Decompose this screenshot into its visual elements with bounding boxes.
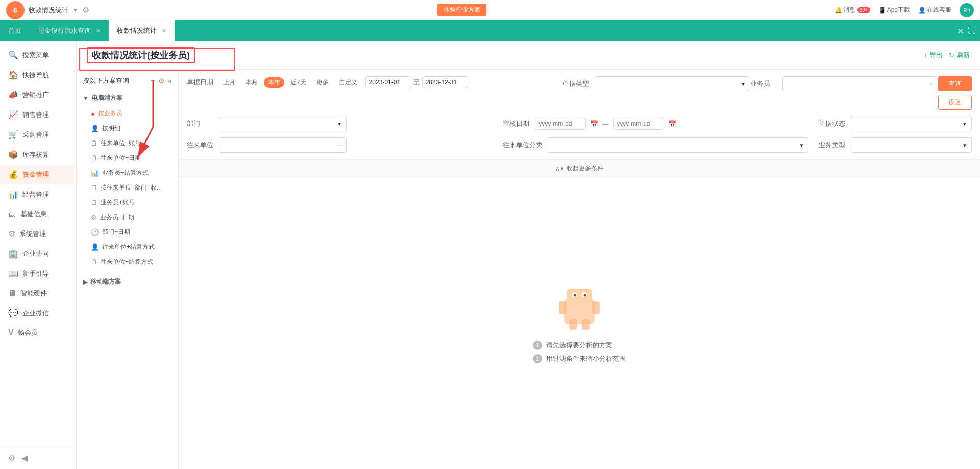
- query-button[interactable]: 查询: [938, 76, 972, 91]
- biz-type-select[interactable]: ▼: [851, 137, 972, 153]
- export-button[interactable]: ↑ 导出: [924, 51, 943, 60]
- filter-area: 单据日期 上月 本月 本年 近7天 更多 自定义 至: [179, 70, 980, 159]
- sidebar-item-inventory[interactable]: 📦 库存核算: [0, 145, 76, 165]
- chevron-down-icon[interactable]: ▼: [72, 7, 78, 13]
- date-from-input[interactable]: [365, 76, 411, 88]
- date-filter: 单据日期 上月 本月 本年 近7天 更多 自定义 至: [187, 76, 562, 88]
- mobile-section[interactable]: ▶ 移动端方案: [77, 273, 178, 290]
- scheme-by-unit-dept[interactable]: 🗒 按往来单位+部门+收...: [85, 180, 178, 195]
- doc-status-select[interactable]: ▼: [851, 116, 972, 131]
- online-service[interactable]: 👤 在线客服: [918, 6, 951, 14]
- sidebar-item-purchase[interactable]: 🛒 采购管理: [0, 125, 76, 145]
- scheme-settings-icon[interactable]: ⚙: [158, 77, 165, 85]
- sidebar-item-guide[interactable]: 📖 新手引导: [0, 264, 76, 284]
- ss-icon: 📊: [91, 169, 99, 177]
- salesperson-select[interactable]: ···: [782, 76, 938, 91]
- scheme-unit-settlement[interactable]: 👤 往来单位+结算方式: [85, 240, 178, 254]
- counterpart-filter: 往来单位 ···: [187, 137, 493, 153]
- scheme-salesperson-settlement[interactable]: 📊 业务员+结算方式: [85, 166, 178, 180]
- tab-bar: 首页 现金银行流水查询 ✕ 收款情况统计 ✕ ✕ ⛶: [0, 20, 980, 41]
- sidebar: 🔍 搜索菜单 🏠 快捷导航 📣 营销推广 📈 销售管理 🛒 采购管理 📦 库存核…: [0, 41, 77, 469]
- us-icon: 👤: [91, 243, 99, 251]
- sidebar-settings-icon[interactable]: ⚙: [8, 453, 15, 463]
- settings-icon[interactable]: ⚙: [82, 5, 89, 15]
- filter-row-3: 往来单位 ··· 往来单位分类 ▼: [187, 137, 972, 153]
- collapse-panel-icon[interactable]: «: [168, 77, 172, 85]
- date-tab-more[interactable]: 更多: [312, 77, 333, 88]
- tab-bank-flow[interactable]: 现金银行流水查询 ✕: [30, 20, 109, 41]
- date-tab-7days[interactable]: 近7天: [286, 77, 310, 88]
- svg-rect-1: [559, 301, 567, 314]
- sidebar-item-capital[interactable]: 💰 资金管理: [0, 165, 76, 184]
- right-content: 单据日期 上月 本月 本年 近7天 更多 自定义 至: [179, 70, 980, 469]
- scheme-salesperson-account[interactable]: 🗒 业务员+账号: [85, 195, 178, 210]
- app-download[interactable]: 📱 App下载: [878, 6, 910, 14]
- main-layout: 🔍 搜索菜单 🏠 快捷导航 📣 营销推广 📈 销售管理 🛒 采购管理 📦 库存核…: [0, 41, 980, 469]
- basic-info-icon: 🗂: [8, 209, 16, 219]
- scheme-dept-date[interactable]: 🕐 部门+日期: [85, 225, 178, 240]
- dept-select[interactable]: ▼: [219, 116, 347, 131]
- biz-type-chevron-icon: ▼: [962, 143, 967, 148]
- scheme-by-detail[interactable]: 👤 按明细: [85, 121, 178, 136]
- enterprise-icon: 🏢: [8, 249, 18, 259]
- date-tab-this-year[interactable]: 本年: [264, 77, 284, 88]
- tab-close-receipt-stats[interactable]: ✕: [162, 28, 166, 34]
- tab-close-bank-flow[interactable]: ✕: [96, 28, 101, 34]
- refresh-icon: ↻: [949, 52, 954, 59]
- sidebar-item-vip[interactable]: V 畅会员: [0, 323, 76, 342]
- date-label: 单据日期: [187, 78, 215, 87]
- wechat-icon: 💬: [8, 308, 18, 318]
- salesperson-more-icon: ···: [928, 80, 934, 87]
- biz-type-filter: 业务类型 ▼: [819, 137, 972, 153]
- review-from-input[interactable]: [535, 118, 586, 130]
- counterpart-select[interactable]: ···: [219, 137, 347, 153]
- left-panel: 按以下方案查询 + ⚙ « ▼ 电脑端方案 ● 按业务员: [77, 70, 179, 469]
- sidebar-item-search-menu[interactable]: 🔍 搜索菜单: [0, 45, 76, 65]
- sidebar-item-smart-hw[interactable]: 🖥 智能硬件: [0, 284, 76, 303]
- review-to-input[interactable]: [613, 118, 664, 130]
- add-scheme-icon[interactable]: +: [151, 76, 155, 85]
- scheme-salesperson-date[interactable]: ⚙ 业务员+日期: [85, 210, 178, 225]
- close-window-icon[interactable]: ✕: [957, 26, 964, 36]
- review-to-calendar-icon[interactable]: 📅: [668, 120, 676, 128]
- export-icon: ↑: [924, 52, 928, 59]
- sidebar-item-basic-info[interactable]: 🗂 基础信息: [0, 204, 76, 224]
- dept-filter: 部门 ▼: [187, 116, 493, 131]
- settings-button[interactable]: 设置: [938, 95, 972, 110]
- review-from-calendar-icon[interactable]: 📅: [590, 120, 598, 128]
- sidebar-item-marketing[interactable]: 📣 营销推广: [0, 85, 76, 105]
- date-tab-this-month[interactable]: 本月: [241, 77, 262, 88]
- filter-row-2: 部门 ▼ 审核日期 📅 — 📅: [187, 116, 972, 131]
- scheme-counterpart-date[interactable]: 🗒 往来单位+日期: [85, 151, 178, 166]
- sidebar-collapse-icon[interactable]: ◀: [21, 453, 28, 463]
- doc-type-select[interactable]: ▼: [595, 76, 750, 91]
- empty-tip-1: 1 请先选择要分析的方案: [533, 341, 626, 350]
- tab-home[interactable]: 首页: [0, 20, 30, 41]
- empty-state: 1 请先选择要分析的方案 2 用过滤条件来缩小分析范围: [179, 177, 980, 469]
- sidebar-item-operation[interactable]: 📊 经营管理: [0, 184, 76, 204]
- scheme-unit-settlement2[interactable]: 🗒 往来单位+结算方式: [85, 254, 178, 269]
- desktop-section[interactable]: ▼ 电脑端方案: [77, 89, 178, 106]
- scheme-by-salesperson[interactable]: ● 按业务员: [85, 106, 178, 121]
- search-icon: 🔍: [8, 50, 18, 60]
- active-indicator: ●: [91, 110, 95, 118]
- refresh-button[interactable]: ↻ 刷新: [949, 51, 970, 60]
- sidebar-item-system[interactable]: ⚙ 系统管理: [0, 224, 76, 244]
- robot-svg: [549, 284, 610, 335]
- sidebar-item-enterprise[interactable]: 🏢 企业协同: [0, 244, 76, 264]
- date-tab-custom[interactable]: 自定义: [335, 77, 361, 88]
- maximize-icon[interactable]: ⛶: [968, 26, 976, 35]
- user-avatar[interactable]: Rit: [960, 3, 974, 17]
- date-to-input[interactable]: [422, 76, 468, 88]
- sidebar-item-wechat[interactable]: 💬 企业微信: [0, 303, 76, 323]
- trial-button[interactable]: 体验行业方案: [437, 4, 486, 16]
- sidebar-item-quick-nav[interactable]: 🏠 快捷导航: [0, 65, 76, 85]
- tip-number-1: 1: [533, 341, 542, 350]
- notification[interactable]: 🔔 消息 99+: [835, 6, 870, 14]
- counterpart-category-select[interactable]: ▼: [547, 137, 808, 153]
- tab-receipt-stats[interactable]: 收款情况统计 ✕: [109, 20, 175, 41]
- date-tab-last-month[interactable]: 上月: [219, 77, 239, 88]
- collapse-bar[interactable]: ∧∧ 收起更多条件: [179, 159, 980, 177]
- sidebar-item-sales[interactable]: 📈 销售管理: [0, 105, 76, 125]
- scheme-counterpart-account[interactable]: 🗒 往来单位+账号: [85, 136, 178, 151]
